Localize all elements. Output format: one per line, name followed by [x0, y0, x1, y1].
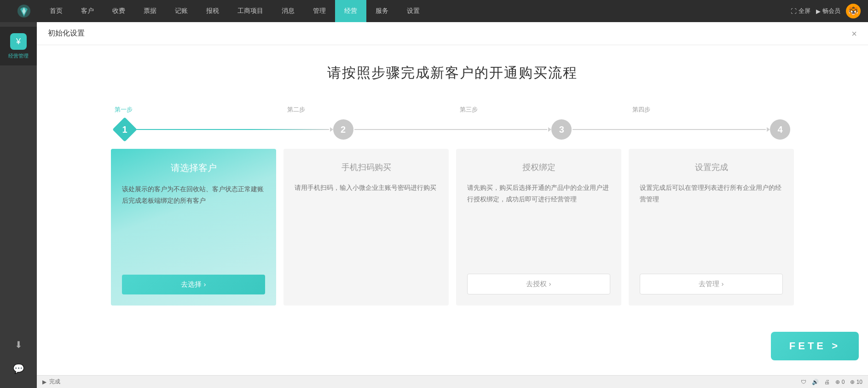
- status-bar-left: ▶ 完成: [42, 378, 60, 386]
- page-title: 初始化设置: [48, 29, 85, 38]
- vip-button[interactable]: ▶ 畅会员: [816, 7, 840, 15]
- main-layout: ¥ 经营管理 ⬇ 💬 初始化设置 × 请按照步骤完成新客户的开通购买流程 第一步…: [0, 22, 868, 388]
- step-labels-row: 第一步 第二步 第三步 第四步: [107, 106, 798, 114]
- sidebar-item-operation[interactable]: ¥ 经营管理: [0, 27, 37, 65]
- step-indicator-1: 1: [115, 119, 135, 140]
- main-content-area: 初始化设置 × 请按照步骤完成新客户的开通购买流程 第一步 第二步 第三步 第四…: [37, 22, 868, 388]
- fete-banner[interactable]: FETE >: [771, 332, 859, 360]
- step-card-3: 授权绑定 请先购买，购买后选择开通的产品中的企业用户进行授权绑定，成功后即可进行…: [456, 149, 621, 306]
- nav-logo: [7, 4, 41, 18]
- step-indicator-4: 4: [770, 119, 790, 140]
- card-desc-4: 设置完成后可以在管理列表进行所有企业用户的经营管理: [640, 182, 783, 263]
- volume-icon: 🔊: [812, 379, 819, 385]
- wizard-container: 请按照步骤完成新客户的开通购买流程 第一步 第二步 第三步 第四步 1 2: [37, 45, 868, 375]
- sidebar-item-support[interactable]: 💬: [0, 357, 37, 381]
- nav-item-message[interactable]: 消息: [272, 0, 304, 22]
- step-line-2-3: [354, 129, 548, 130]
- go-select-button[interactable]: 去选择 ›: [122, 275, 265, 294]
- download-icon: ⬇: [15, 339, 23, 350]
- step-indicator-2: 2: [333, 119, 353, 140]
- step-card-1: 请选择客户 该处展示的客户为不在回收站、客户状态正常建账后完成老板端绑定的所有客…: [111, 149, 276, 306]
- nav-right: ⛶ 全屏 ▶ 畅会员 🐯: [791, 4, 861, 18]
- step-number-1: 1: [122, 124, 127, 135]
- close-button[interactable]: ×: [851, 29, 857, 38]
- step-label-3: 第三步: [452, 106, 625, 114]
- card-desc-1: 该处展示的客户为不在回收站、客户状态正常建账后完成老板端绑定的所有客户: [122, 183, 265, 264]
- card-desc-2: 请用手机扫码，输入小微企业主账号密码进行购买: [295, 182, 438, 294]
- card-title-3: 授权绑定: [467, 162, 610, 173]
- play-icon: ▶: [42, 379, 46, 385]
- sidebar: ¥ 经营管理 ⬇ 💬: [0, 22, 37, 388]
- nav-item-operation[interactable]: 经营: [335, 0, 366, 22]
- nav-item-ticket[interactable]: 票据: [134, 0, 166, 22]
- wizard-title: 请按照步骤完成新客户的开通购买流程: [327, 64, 578, 82]
- card-btn-area-1: 去选择 ›: [122, 264, 265, 294]
- print-icon: 🖨: [824, 379, 830, 385]
- shield-icon: 🛡: [801, 379, 806, 385]
- content-header: 初始化设置 ×: [37, 22, 868, 45]
- sidebar-bottom: ⬇ 💬: [0, 333, 37, 388]
- status-bar-right: 🛡 🔊 🖨 ⊕ 0 ⊕ 10: [801, 379, 862, 385]
- step-card-2: 手机扫码购买 请用手机扫码，输入小微企业主账号密码进行购买: [284, 149, 449, 306]
- nav-item-customer[interactable]: 客户: [72, 0, 103, 22]
- step-arrow-2-3: [548, 127, 551, 132]
- go-manage-button[interactable]: 去管理 ›: [640, 274, 783, 294]
- nav-item-home[interactable]: 首页: [41, 0, 72, 22]
- step-label-1: 第一步: [107, 106, 280, 114]
- status-text: 完成: [49, 378, 60, 386]
- sidebar-item-download[interactable]: ⬇: [0, 333, 37, 357]
- vip-icon: ▶: [816, 8, 821, 15]
- card-title-1: 请选择客户: [122, 162, 265, 174]
- nav-item-fee[interactable]: 收费: [103, 0, 134, 22]
- cards-row: 请选择客户 该处展示的客户为不在回收站、客户状态正常建账后完成老板端绑定的所有客…: [107, 149, 798, 306]
- step-line-3-4: [573, 129, 766, 130]
- nav-item-business[interactable]: 工商项目: [228, 0, 272, 22]
- status-count-2: ⊕ 10: [850, 379, 862, 385]
- step-indicator-3: 3: [551, 119, 572, 140]
- status-count-1: ⊕ 0: [835, 379, 845, 385]
- step-label-2: 第二步: [280, 106, 452, 114]
- user-avatar[interactable]: 🐯: [846, 4, 861, 18]
- fullscreen-button[interactable]: ⛶ 全屏: [791, 7, 810, 15]
- operation-icon: ¥: [10, 33, 27, 50]
- card-desc-3: 请先购买，购买后选择开通的产品中的企业用户进行授权绑定，成功后即可进行经营管理: [467, 182, 610, 263]
- nav-item-bookkeeping[interactable]: 记账: [166, 0, 197, 22]
- support-icon: 💬: [13, 363, 24, 374]
- nav-item-settings[interactable]: 设置: [398, 0, 429, 22]
- step-arrow-3-4: [767, 127, 770, 132]
- top-nav: 首页 客户 收费 票据 记账 报税 工商项目 消息 管理 经营 服务 设置 ⛶ …: [0, 0, 868, 22]
- nav-item-manage[interactable]: 管理: [304, 0, 335, 22]
- card-title-4: 设置完成: [640, 162, 783, 173]
- status-bar: ▶ 完成 🛡 🔊 🖨 ⊕ 0 ⊕ 10: [37, 375, 868, 388]
- card-btn-area-4: 去管理 ›: [640, 263, 783, 294]
- nav-items: 首页 客户 收费 票据 记账 报税 工商项目 消息 管理 经营 服务 设置: [41, 0, 791, 22]
- steps-visual-row: 1 2 3 4: [107, 119, 798, 140]
- nav-item-tax[interactable]: 报税: [197, 0, 228, 22]
- card-btn-area-3: 去授权 ›: [467, 263, 610, 294]
- fullscreen-icon: ⛶: [791, 8, 797, 15]
- step-card-4: 设置完成 设置完成后可以在管理列表进行所有企业用户的经营管理 去管理 ›: [629, 149, 794, 306]
- card-title-2: 手机扫码购买: [295, 162, 438, 173]
- go-authorize-button[interactable]: 去授权 ›: [467, 274, 610, 294]
- step-line-1-2: [136, 129, 329, 130]
- step-label-4: 第四步: [625, 106, 798, 114]
- nav-item-service[interactable]: 服务: [366, 0, 398, 22]
- step-arrow-1-2: [330, 127, 333, 132]
